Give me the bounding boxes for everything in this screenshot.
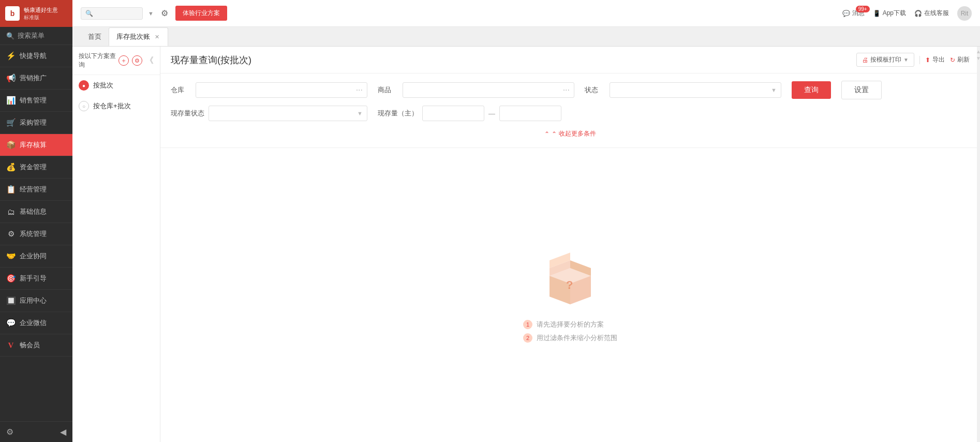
- main-area: 🔍 ▼ ⚙ 体验行业方案 💬 消息 99+ 📱 App下载 🎧 在线客服: [72, 0, 980, 442]
- query-button[interactable]: 查询: [792, 81, 831, 99]
- scroll-down-icon[interactable]: ▼: [976, 55, 980, 61]
- topbar-search-input[interactable]: [95, 10, 137, 17]
- tab-close-icon[interactable]: ✕: [153, 33, 160, 40]
- collapse-left-panel-icon[interactable]: 《: [145, 55, 154, 66]
- finance-icon: 💰: [6, 163, 16, 172]
- phone-icon: 📱: [873, 10, 881, 17]
- sidebar-item-label: 采购管理: [20, 118, 47, 127]
- sidebar-item-vip[interactable]: V 畅会员: [0, 334, 72, 357]
- sidebar-settings-icon[interactable]: ⚙: [6, 427, 13, 437]
- right-scrollbar[interactable]: ▲ ▼: [977, 47, 980, 442]
- sidebar-item-label: 经营管理: [20, 185, 47, 194]
- tab-inventory-batch-label: 库存批次账: [116, 32, 150, 41]
- sidebar-item-purchase[interactable]: 🛒 采购管理: [0, 112, 72, 134]
- empty-tip-2: 2 用过滤条件来缩小分析范围: [523, 333, 617, 343]
- status-chevron-icon: ▼: [771, 87, 777, 93]
- sales-icon: 📊: [6, 96, 16, 105]
- status-label: 状态: [585, 85, 605, 95]
- app-version: 标准版: [24, 14, 58, 21]
- tip-1-num: 1: [523, 320, 532, 329]
- print-button[interactable]: 🖨 按模板打印 ▼: [856, 53, 914, 67]
- topbar-dropdown-icon[interactable]: ▼: [148, 10, 154, 17]
- product-more-icon[interactable]: ···: [563, 85, 570, 95]
- sidebar-item-quick-nav[interactable]: ⚡ 快捷导航: [0, 45, 72, 67]
- topbar-gear-icon[interactable]: ⚙: [159, 6, 170, 20]
- sidebar-item-sales[interactable]: 📊 销售管理: [0, 90, 72, 112]
- message-btn[interactable]: 💬 消息 99+: [842, 9, 865, 18]
- refresh-button[interactable]: ↻ 刷新: [950, 55, 970, 64]
- qty-to-input[interactable]: [499, 106, 561, 121]
- tab-home[interactable]: 首页: [81, 28, 109, 46]
- add-scheme-icon[interactable]: ＋: [118, 55, 129, 66]
- sidebar-item-label: 营销推广: [20, 73, 47, 83]
- qty-dash: —: [488, 110, 495, 117]
- scheme-batch[interactable]: ● 按批次: [72, 75, 160, 96]
- collapse-chevron-icon: ⌃ ⌃: [544, 130, 556, 138]
- left-panel-title: 按以下方案查询: [79, 52, 118, 69]
- filter-warehouse: 仓库 ···: [171, 82, 367, 98]
- sidebar-item-wechat[interactable]: 💬 企业微信: [0, 312, 72, 334]
- sidebar-item-label: 快捷导航: [20, 51, 47, 61]
- logo-char: b: [10, 9, 15, 18]
- online-service-label: 在线客服: [924, 9, 949, 18]
- trial-button[interactable]: 体验行业方案: [175, 6, 227, 21]
- sidebar-item-marketing[interactable]: 📢 营销推广: [0, 67, 72, 90]
- sidebar-item-label: 销售管理: [20, 96, 47, 105]
- left-panel-header: 按以下方案查询 ＋ ⚙ 《: [72, 47, 160, 75]
- sidebar-item-basics[interactable]: 🗂 基础信息: [0, 201, 72, 223]
- scheme-warehouse-batch[interactable]: ○ 按仓库+批次: [72, 96, 160, 116]
- sidebar-item-inventory[interactable]: 📦 库存核算: [0, 134, 72, 156]
- sidebar-header: b 畅康通好生意 标准版: [0, 0, 72, 27]
- sidebar-collapse-icon[interactable]: ◀: [60, 427, 66, 437]
- tab-inventory-batch[interactable]: 库存批次账 ✕: [109, 27, 168, 46]
- sidebar-item-system[interactable]: ⚙ 系统管理: [0, 223, 72, 245]
- sidebar-item-newbie[interactable]: 🎯 新手引导: [0, 268, 72, 290]
- warehouse-input-box[interactable]: ···: [196, 82, 367, 98]
- page-title: 现存量查询(按批次): [171, 54, 251, 66]
- topbar-search-box[interactable]: 🔍: [81, 7, 143, 20]
- user-avatar-btn[interactable]: Rit: [957, 6, 972, 21]
- sidebar-item-apps[interactable]: 🔲 应用中心: [0, 290, 72, 312]
- system-icon: ⚙: [6, 229, 16, 239]
- filter-product: 商品 ···: [378, 82, 574, 98]
- sidebar-search-bar[interactable]: 🔍 搜索菜单: [0, 27, 72, 45]
- inventory-qty-label: 现存量（主）: [378, 109, 418, 118]
- export-button[interactable]: ⬆ 导出: [925, 55, 945, 64]
- user-name: Rit: [961, 10, 969, 17]
- sidebar-footer: ⚙ ◀: [0, 421, 72, 442]
- inventory-status-select[interactable]: ▼: [209, 106, 367, 121]
- left-panel-header-icons: ＋ ⚙ 《: [118, 55, 154, 66]
- warehouse-batch-scheme-label: 按仓库+批次: [93, 101, 131, 111]
- online-service-btn[interactable]: 🎧 在线客服: [914, 9, 949, 18]
- refresh-label: 刷新: [957, 55, 970, 64]
- svg-text:?: ?: [566, 278, 573, 291]
- empty-tips: 1 请先选择要分析的方案 2 用过滤条件来缩小分析范围: [523, 320, 617, 343]
- avatar: Rit: [957, 6, 972, 21]
- app-download-btn[interactable]: 📱 App下载: [873, 9, 906, 18]
- sidebar-item-operations[interactable]: 📋 经营管理: [0, 179, 72, 201]
- tip-1-text: 请先选择要分析的方案: [537, 320, 604, 329]
- marketing-icon: 📢: [6, 73, 16, 83]
- wechat-icon: 💬: [6, 318, 16, 328]
- inventory-status-chevron-icon: ▼: [357, 110, 363, 116]
- collapse-more-btn[interactable]: ⌃ ⌃ 收起更多条件: [171, 127, 970, 140]
- sidebar-item-finance[interactable]: 💰 资金管理: [0, 156, 72, 179]
- qty-from-input[interactable]: [422, 106, 484, 121]
- content-area: 按以下方案查询 ＋ ⚙ 《 ● 按批次 ○ 按仓库+批次: [72, 47, 980, 442]
- filter-inventory-qty: 现存量（主） —: [378, 106, 574, 121]
- sidebar-item-enterprise[interactable]: 🤝 企业协同: [0, 245, 72, 268]
- scheme-settings-icon[interactable]: ⚙: [132, 55, 142, 66]
- settings-button[interactable]: 设置: [841, 81, 882, 99]
- batch-icon-char: ●: [82, 83, 85, 89]
- scroll-up-icon[interactable]: ▲: [976, 49, 980, 54]
- product-input-box[interactable]: ···: [403, 82, 574, 98]
- warehouse-more-icon[interactable]: ···: [356, 85, 363, 95]
- sidebar-item-label: 新手引导: [20, 274, 47, 283]
- sidebar-item-label: 系统管理: [20, 229, 47, 239]
- sidebar: b 畅康通好生意 标准版 🔍 搜索菜单 ⚡ 快捷导航 📢 营销推广 📊 销售管理…: [0, 0, 72, 442]
- service-icon: 🎧: [914, 10, 922, 17]
- sidebar-item-label: 畅会员: [20, 341, 40, 350]
- status-select[interactable]: ▼: [610, 82, 781, 98]
- sidebar-item-label: 基础信息: [20, 207, 47, 216]
- export-icon: ⬆: [925, 56, 930, 64]
